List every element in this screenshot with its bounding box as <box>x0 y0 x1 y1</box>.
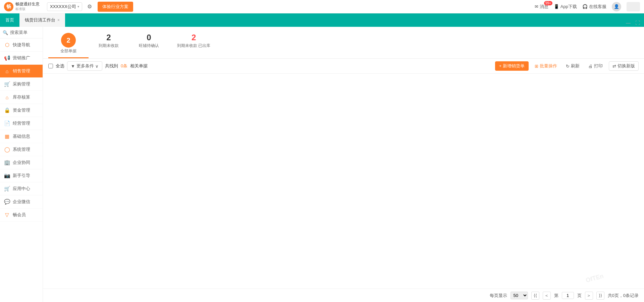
filter-button[interactable]: ▼ 更多条件 ∨ <box>67 61 102 71</box>
print-label: 打印 <box>594 63 603 69</box>
search-icon: 🔍 <box>3 30 8 35</box>
tab-work-station[interactable]: 钱货日清工作台 × <box>19 13 65 27</box>
online-service-label: 在线客服 <box>589 4 606 10</box>
avatar[interactable]: 👤 <box>612 2 621 11</box>
sidebar-item-wechat[interactable]: 💬 企业微信 <box>0 195 43 208</box>
stat-num-wangwang: 0 <box>137 33 161 42</box>
sidebar-item-purchase[interactable]: 🛒 采购管理 <box>0 78 43 91</box>
app-download-btn[interactable]: 📱 App下载 <box>554 4 577 10</box>
logo-area: 畅 畅捷通好生意 标准版 <box>4 2 47 12</box>
prev-page-button[interactable]: ＜ <box>543 292 551 300</box>
top-header: 畅 畅捷通好生意 标准版 XXXXXX公司 ▾ ⚙ 体验行业方案 ✉ 消息 99… <box>0 0 644 13</box>
stat-card-all[interactable]: 2 全部单据 <box>48 30 89 58</box>
batch-operation-button[interactable]: ⊞ 批量操作 <box>532 62 560 70</box>
sidebar-item-base-info[interactable]: ▦ 基础信息 <box>0 130 43 143</box>
quick-nav-icon: ⬡ <box>4 42 10 48</box>
filter-btn-label: 更多条件 <box>76 63 94 69</box>
sidebar-label-sales: 销售管理 <box>13 68 30 74</box>
content-area: 2 全部单据 2 到期未收款 0 旺辅待确认 2 到期未收款 已出库 全选 <box>43 27 644 302</box>
sidebar-item-marketing[interactable]: 📢 营销推广 <box>0 52 43 65</box>
search-menu-label: 搜索菜单 <box>10 29 28 36</box>
sidebar-item-sales[interactable]: ⌂ 销售管理 <box>0 65 43 78</box>
app-version: 标准版 <box>15 7 40 11</box>
batch-icon: ⊞ <box>535 64 538 69</box>
stat-num-overdue-shipped: 2 <box>177 33 210 42</box>
tab-minimize-icon[interactable]: — <box>626 20 631 25</box>
sidebar: 🔍 搜索菜单 ⬡ 快捷导航 📢 营销推广 ⌂ 销售管理 🛒 采购管理 ⌂ 库存核… <box>0 27 43 302</box>
main-layout: 🔍 搜索菜单 ⬡ 快捷导航 📢 营销推广 ⌂ 销售管理 🛒 采购管理 ⌂ 库存核… <box>0 27 644 302</box>
sidebar-item-system[interactable]: ◯ 系统管理 <box>0 143 43 156</box>
system-icon: ◯ <box>4 146 10 153</box>
toolbar: 全选 ▼ 更多条件 ∨ 共找到 0条 相关单据 + 新增销货单 ⊞ 批量操作 ↻ <box>43 59 644 74</box>
page-label: 第 <box>554 293 558 299</box>
first-page-button[interactable]: ⟨⟨ <box>531 292 539 300</box>
batch-label: 批量操作 <box>540 63 557 69</box>
guide-icon: 📷 <box>4 173 10 179</box>
message-badge: 99+ <box>544 1 552 5</box>
page-end-label: 页 <box>577 293 582 299</box>
select-all-checkbox[interactable] <box>48 64 53 68</box>
refresh-button[interactable]: ↻ 刷新 <box>563 62 582 70</box>
filter-count-prefix: 共找到 <box>105 63 118 69</box>
sidebar-item-enterprise[interactable]: 🏢 企业协同 <box>0 156 43 169</box>
sidebar-label-guide: 新手引导 <box>13 173 30 179</box>
switch-label: 切换新版 <box>618 63 635 69</box>
next-page-button[interactable]: ＞ <box>585 292 593 300</box>
switch-icon: ⇄ <box>612 64 616 69</box>
switch-version-button[interactable]: ⇄ 切换新版 <box>609 61 639 71</box>
stat-card-overdue[interactable]: 2 到期未收款 <box>89 30 129 58</box>
select-all-label: 全选 <box>56 63 64 69</box>
inventory-icon: ⌂ <box>4 95 10 100</box>
per-page-select[interactable]: 50 100 200 <box>511 292 528 299</box>
online-service-btn[interactable]: 🎧 在线客服 <box>582 4 606 10</box>
sidebar-item-member[interactable]: ▽ 畅会员 <box>0 208 43 222</box>
last-page-button[interactable]: ⟩⟩ <box>596 292 604 300</box>
wechat-icon: 💬 <box>4 199 10 205</box>
stat-card-wangwang[interactable]: 0 旺辅待确认 <box>129 30 169 58</box>
marketing-icon: 📢 <box>4 55 10 61</box>
finance-icon: 🔒 <box>4 107 10 113</box>
filter-icon: ▼ <box>71 64 75 69</box>
sidebar-item-quick-nav[interactable]: ⬡ 快捷导航 <box>0 39 43 52</box>
sidebar-item-operations[interactable]: 📄 经营管理 <box>0 117 43 130</box>
print-button[interactable]: 🖨 打印 <box>586 62 605 70</box>
sidebar-item-finance[interactable]: 🔒 资金管理 <box>0 104 43 117</box>
app-download-label: App下载 <box>560 4 577 10</box>
app-center-icon: 🛒 <box>4 186 10 192</box>
stat-num-overdue: 2 <box>97 33 121 42</box>
per-page-label: 每页显示 <box>490 293 507 299</box>
sidebar-item-inventory[interactable]: ⌂ 库存核算 <box>0 91 43 104</box>
tab-close-icon[interactable]: × <box>57 18 60 22</box>
add-sales-order-button[interactable]: + 新增销货单 <box>495 61 529 71</box>
logo-icon: 畅 <box>4 2 13 11</box>
username-display <box>627 2 640 11</box>
sidebar-label-purchase: 采购管理 <box>13 81 30 87</box>
refresh-icon: ↻ <box>566 64 570 69</box>
base-info-icon: ▦ <box>4 133 10 139</box>
page-number-input[interactable] <box>562 292 574 299</box>
sidebar-item-guide[interactable]: 📷 新手引导 <box>0 169 43 182</box>
header-right: ✉ 消息 99+ 📱 App下载 🎧 在线客服 👤 <box>535 2 640 11</box>
sidebar-item-app-center[interactable]: 🛒 应用中心 <box>0 182 43 195</box>
sidebar-label-base-info: 基础信息 <box>13 133 30 139</box>
refresh-label: 刷新 <box>571 63 580 69</box>
stat-num-all: 2 <box>61 33 76 48</box>
sidebar-label-finance: 资金管理 <box>13 107 30 113</box>
operations-icon: 📄 <box>4 120 10 126</box>
settings-icon[interactable]: ⚙ <box>85 2 94 11</box>
message-btn[interactable]: ✉ 消息 99+ <box>535 4 548 10</box>
tab-home[interactable]: 首页 <box>0 13 19 27</box>
stat-card-overdue-shipped[interactable]: 2 到期未收款 已出库 <box>169 30 218 58</box>
sidebar-label-wechat: 企业微信 <box>13 199 30 205</box>
experience-button[interactable]: 体验行业方案 <box>98 2 133 12</box>
message-icon: ✉ <box>535 4 538 9</box>
sidebar-search[interactable]: 🔍 搜索菜单 <box>0 27 43 39</box>
print-icon: 🖨 <box>588 64 593 69</box>
home-tab-label: 首页 <box>5 17 14 23</box>
company-selector[interactable]: XXXXXX公司 ▾ <box>47 2 82 11</box>
toolbar-right: + 新增销货单 ⊞ 批量操作 ↻ 刷新 🖨 打印 ⇄ 切换新版 <box>495 61 639 71</box>
logo-text-block: 畅捷通好生意 标准版 <box>15 2 40 12</box>
tab-expand-icon[interactable]: ⛶ <box>635 20 640 25</box>
stat-label-all: 全部单据 <box>56 48 80 54</box>
chevron-down-icon: ▾ <box>77 5 79 8</box>
